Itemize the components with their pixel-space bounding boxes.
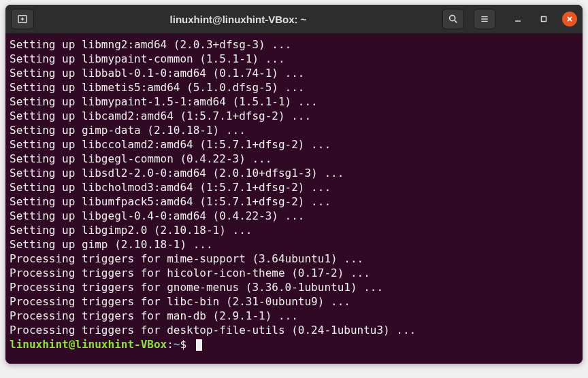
- output-line: Setting up libgegl-common (0.4.22-3) ...: [10, 152, 577, 166]
- svg-line-4: [455, 20, 457, 22]
- new-tab-button[interactable]: [11, 9, 34, 29]
- prompt-separator: :: [167, 338, 174, 351]
- minimize-button[interactable]: [510, 12, 525, 27]
- hamburger-icon: [479, 14, 490, 24]
- output-line: Setting up libccolamd2:amd64 (1:5.7.1+df…: [10, 137, 577, 152]
- titlebar: linuxhint@linuxhint-VBox: ~: [5, 5, 583, 33]
- menu-button[interactable]: [474, 9, 495, 29]
- window-controls: [510, 12, 577, 27]
- output-line: Setting up libcamd2:amd64 (1:5.7.1+dfsg-…: [10, 109, 577, 123]
- window-title: linuxhint@linuxhint-VBox: ~: [34, 14, 442, 25]
- output-line: Setting up libbabl-0.1-0:amd64 (0.1.74-1…: [10, 66, 577, 80]
- output-line: Processing triggers for gnome-menus (3.3…: [10, 280, 577, 294]
- terminal-window: linuxhint@linuxhint-VBox: ~: [5, 5, 583, 364]
- output-line: Processing triggers for libc-bin (2.31-0…: [10, 294, 577, 309]
- output-line: Processing triggers for man-db (2.9.1-1)…: [10, 309, 577, 323]
- search-icon: [448, 14, 459, 24]
- maximize-button[interactable]: [536, 12, 551, 27]
- titlebar-left: [11, 9, 34, 29]
- output-line: Setting up libmypaint-1.5-1:amd64 (1.5.1…: [10, 94, 577, 109]
- close-button[interactable]: [562, 12, 577, 27]
- svg-point-3: [450, 16, 455, 21]
- output-line: Setting up libsdl2-2.0-0:amd64 (2.0.10+d…: [10, 166, 577, 180]
- prompt-user-host: linuxhint@linuxhint-VBox: [10, 338, 167, 351]
- output-line: Setting up libgimp2.0 (2.10.18-1) ...: [10, 223, 577, 237]
- output-line: Setting up libcholmod3:amd64 (1:5.7.1+df…: [10, 180, 577, 194]
- output-line: Setting up libmng2:amd64 (2.0.3+dfsg-3) …: [10, 37, 577, 52]
- maximize-icon: [540, 16, 547, 22]
- output-line: Setting up gimp-data (2.10.18-1) ...: [10, 123, 577, 137]
- terminal-body[interactable]: Setting up libmng2:amd64 (2.0.3+dfsg-3) …: [5, 33, 583, 364]
- prompt-line: linuxhint@linuxhint-VBox:~$: [10, 337, 577, 351]
- close-icon: [566, 16, 573, 22]
- titlebar-right: [442, 9, 577, 29]
- output-line: Setting up gimp (2.10.18-1) ...: [10, 237, 577, 252]
- output-line: Setting up libumfpack5:amd64 (1:5.7.1+df…: [10, 194, 577, 209]
- prompt-symbol: $: [180, 338, 186, 351]
- output-line: Processing triggers for desktop-file-uti…: [10, 323, 577, 337]
- cursor: [196, 339, 202, 351]
- search-button[interactable]: [442, 9, 464, 29]
- new-tab-icon: [16, 13, 29, 25]
- svg-rect-9: [542, 17, 546, 22]
- minimize-icon: [514, 16, 521, 22]
- output-line: Processing triggers for mime-support (3.…: [10, 252, 577, 266]
- output-line: Setting up libmypaint-common (1.5.1-1) .…: [10, 52, 577, 66]
- output-line: Setting up libgegl-0.4-0:amd64 (0.4.22-3…: [10, 209, 577, 223]
- output-line: Processing triggers for hicolor-icon-the…: [10, 266, 577, 280]
- output-line: Setting up libmetis5:amd64 (5.1.0.dfsg-5…: [10, 80, 577, 94]
